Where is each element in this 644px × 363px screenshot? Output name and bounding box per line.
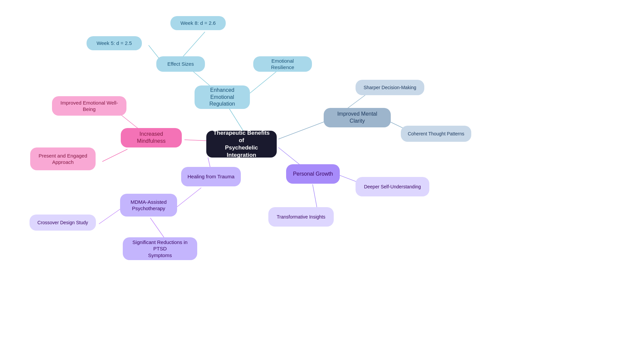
- crossover-label: Crossover Design Study: [38, 220, 88, 226]
- healing-trauma-node: Healing from Trauma: [181, 167, 241, 186]
- week8-node: Week 8: d = 2.6: [170, 16, 226, 30]
- svg-line-5: [278, 121, 325, 139]
- mdma-node: MDMA-Assisted Psychotherapy: [120, 194, 177, 217]
- improved-emotional-wellbeing-label: Improved Emotional Well-Being: [58, 100, 120, 113]
- deeper-self-node: Deeper Self-Understanding: [356, 177, 429, 196]
- emotional-resilience-node: Emotional Resilience: [253, 56, 312, 72]
- present-engaged-label: Present and Engaged Approach: [39, 153, 87, 166]
- sharper-decision-label: Sharper Decision-Making: [364, 84, 416, 90]
- week5-label: Week 5: d = 2.5: [97, 40, 132, 47]
- svg-line-3: [181, 32, 205, 59]
- effect-sizes-node: Effect Sizes: [156, 56, 205, 72]
- coherent-thought-label: Coherent Thought Patterns: [408, 131, 465, 137]
- svg-line-14: [150, 218, 164, 238]
- increased-mindfulness-node: Increased Mindfulness: [121, 128, 182, 147]
- week8-label: Week 8: d = 2.6: [180, 20, 216, 26]
- transformative-node: Transformative Insights: [268, 207, 334, 227]
- significant-ptsd-label: Significant Reductions in PTSD Symptoms: [129, 239, 191, 259]
- crossover-node: Crossover Design Study: [30, 215, 96, 231]
- improved-emotional-wellbeing-node: Improved Emotional Well-Being: [52, 96, 126, 116]
- sharper-decision-node: Sharper Decision-Making: [356, 80, 424, 95]
- deeper-self-label: Deeper Self-Understanding: [364, 184, 421, 190]
- svg-line-15: [184, 140, 208, 141]
- svg-line-17: [102, 149, 127, 162]
- improved-mental-node: Improved Mental Clarity: [324, 108, 391, 127]
- center-node: Therapeutic Benefits of Psychedelic Inte…: [206, 131, 277, 158]
- svg-line-12: [177, 188, 201, 207]
- significant-ptsd-node: Significant Reductions in PTSD Symptoms: [123, 237, 197, 260]
- increased-mindfulness-label: Increased Mindfulness: [127, 131, 176, 145]
- transformative-label: Transformative Insights: [277, 214, 325, 220]
- personal-growth-label: Personal Growth: [293, 171, 333, 178]
- healing-trauma-label: Healing from Trauma: [187, 173, 234, 180]
- present-engaged-node: Present and Engaged Approach: [30, 147, 96, 170]
- enhanced-emotional-label: Enhanced Emotional Regulation: [201, 87, 244, 108]
- center-label: Therapeutic Benefits of Psychedelic Inte…: [212, 129, 271, 159]
- emotional-resilience-label: Emotional Resilience: [259, 58, 306, 71]
- enhanced-emotional-node: Enhanced Emotional Regulation: [195, 85, 250, 109]
- improved-mental-label: Improved Mental Clarity: [330, 111, 385, 125]
- effect-sizes-label: Effect Sizes: [167, 61, 194, 67]
- week5-node: Week 5: d = 2.5: [87, 36, 142, 50]
- personal-growth-node: Personal Growth: [286, 164, 340, 184]
- mdma-label: MDMA-Assisted Psychotherapy: [130, 199, 167, 212]
- coherent-thought-node: Coherent Thought Patterns: [401, 126, 471, 142]
